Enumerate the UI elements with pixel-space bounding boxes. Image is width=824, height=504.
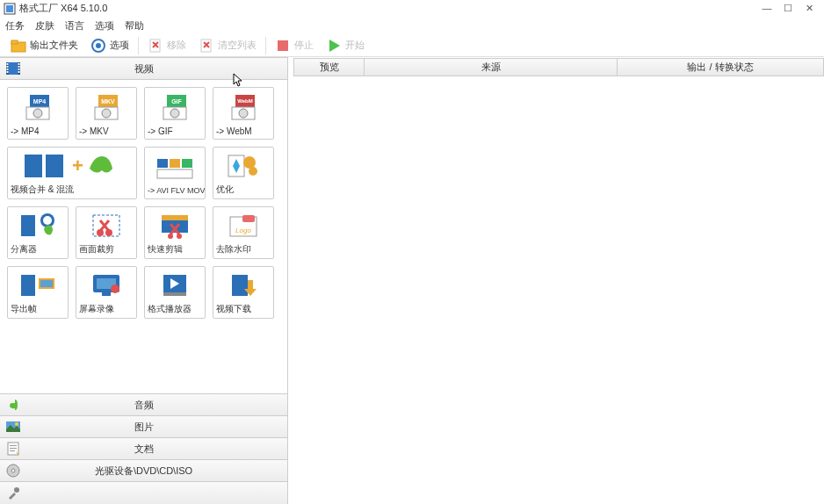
clear-list-button[interactable]: 清空列表 (193, 36, 262, 55)
svg-point-48 (43, 216, 52, 225)
svg-text:GIF: GIF (171, 98, 182, 104)
output-folder-label: 输出文件夹 (30, 39, 78, 52)
toolbar: 输出文件夹 选项 移除 清空列表 停止 开始 (0, 34, 824, 57)
svg-rect-13 (7, 66, 9, 68)
video-icon (5, 61, 21, 76)
close-button[interactable]: ✕ (803, 3, 815, 14)
start-button[interactable]: 开始 (321, 36, 370, 55)
accordion-picture[interactable]: 图片 (0, 415, 287, 438)
menu-task[interactable]: 任务 (5, 19, 25, 32)
options-button[interactable]: 选项 (85, 36, 134, 55)
item-export-frame[interactable]: 导出帧 (7, 266, 69, 319)
svg-point-76 (11, 469, 15, 472)
svg-rect-72 (10, 445, 17, 446)
maximize-button[interactable]: ☐ (782, 3, 794, 14)
svg-rect-16 (18, 63, 20, 65)
svg-rect-18 (18, 68, 20, 70)
item-avi-flv-mov[interactable]: -> AVI FLV MOV Etc... (144, 147, 206, 199)
join-mux-icon: + (11, 150, 134, 182)
accordion-video[interactable]: 视频 (0, 57, 287, 80)
svg-point-44 (243, 156, 256, 169)
accordion-rom[interactable]: 光驱设备\DVD\CD\ISO (0, 459, 287, 482)
svg-rect-73 (10, 448, 17, 449)
format-player-label: 格式播放器 (148, 301, 192, 315)
export-frame-label: 导出帧 (11, 301, 37, 315)
mp4-icon: MP4 (11, 90, 65, 125)
col-source[interactable]: 来源 (365, 59, 618, 76)
screen-record-label: 屏幕录像 (79, 301, 114, 315)
remove-button[interactable]: 移除 (142, 36, 192, 55)
item-optimize[interactable]: 优化 (213, 147, 274, 199)
remove-label: 移除 (167, 39, 186, 52)
item-gif[interactable]: GIF -> GIF (144, 87, 206, 140)
stop-button[interactable]: 停止 (270, 36, 319, 55)
menu-language[interactable]: 语言 (65, 19, 84, 32)
svg-rect-68 (232, 275, 248, 296)
accordion-audio[interactable]: 音频 (0, 393, 287, 416)
gear-icon (90, 38, 106, 54)
svg-rect-36 (25, 155, 42, 177)
svg-rect-41 (182, 159, 192, 168)
svg-rect-14 (7, 68, 9, 70)
item-webm[interactable]: WebM -> WebM (213, 87, 274, 140)
format-player-icon (148, 270, 202, 301)
options-label: 选项 (110, 39, 129, 52)
item-fast-clip[interactable]: 快速剪辑 (144, 206, 206, 259)
svg-rect-46 (21, 215, 35, 236)
webm-label: -> WebM (216, 125, 252, 136)
item-splitter[interactable]: 分离器 (7, 206, 69, 259)
item-screen-record[interactable]: 屏幕录像 (76, 266, 137, 319)
gif-icon: GIF (148, 90, 202, 125)
output-folder-button[interactable]: 输出文件夹 (5, 36, 83, 55)
splitter-label: 分离器 (11, 241, 37, 256)
accordion-rom-label: 光驱设备\DVD\CD\ISO (95, 464, 192, 478)
task-list[interactable] (293, 76, 824, 504)
minimize-button[interactable]: — (761, 3, 773, 14)
item-crop[interactable]: 画面裁剪 (76, 206, 137, 259)
menu-options[interactable]: 选项 (95, 19, 114, 32)
svg-rect-53 (162, 215, 188, 220)
left-panel: 视频 MP4 -> MP4 MKV -> MKV GIF -> GIF WebM… (0, 57, 288, 504)
svg-point-54 (168, 234, 173, 239)
svg-point-35 (239, 109, 248, 118)
titlebar: 格式工厂 X64 5.10.0 — ☐ ✕ (0, 0, 824, 17)
menu-skin[interactable]: 皮肤 (35, 19, 54, 32)
svg-rect-40 (170, 159, 180, 168)
accordion-document-label: 文档 (134, 443, 154, 456)
svg-rect-17 (18, 66, 20, 68)
remove-watermark-label: 去除水印 (216, 241, 251, 256)
svg-text:Logo: Logo (235, 227, 251, 234)
fast-clip-icon (148, 210, 202, 241)
item-video-download[interactable]: 视频下载 (213, 266, 274, 319)
item-mp4[interactable]: MP4 -> MP4 (7, 87, 69, 140)
col-preview[interactable]: 预览 (294, 59, 365, 76)
toolbar-separator (265, 37, 266, 54)
svg-point-65 (111, 284, 119, 293)
item-mkv[interactable]: MKV -> MKV (76, 87, 137, 140)
svg-point-31 (170, 109, 179, 118)
play-icon (326, 38, 342, 54)
accordion-document[interactable]: 文档 (0, 437, 287, 460)
folder-icon (11, 38, 26, 54)
remove-icon (148, 38, 163, 54)
crop-icon (79, 210, 134, 241)
svg-rect-8 (278, 40, 288, 51)
accordion-more[interactable] (0, 481, 287, 504)
col-output-status[interactable]: 输出 / 转换状态 (618, 59, 823, 76)
item-remove-watermark[interactable]: Logo 去除水印 (213, 206, 274, 259)
video-download-icon (216, 270, 271, 301)
item-format-player[interactable]: 格式播放器 (144, 266, 206, 319)
avi-flv-mov-icon (148, 150, 202, 185)
svg-rect-15 (7, 71, 9, 73)
optimize-label: 优化 (216, 182, 234, 196)
svg-rect-37 (46, 155, 63, 177)
svg-rect-74 (10, 450, 15, 451)
svg-rect-59 (21, 275, 35, 296)
crop-label: 画面裁剪 (79, 241, 114, 256)
clear-list-label: 清空列表 (218, 39, 257, 52)
mp4-label: -> MP4 (11, 125, 40, 136)
svg-point-51 (105, 229, 112, 236)
menu-help[interactable]: 帮助 (125, 19, 144, 32)
item-join-mux[interactable]: + 视频合并 & 混流 (7, 147, 137, 199)
window-title: 格式工厂 X64 5.10.0 (19, 2, 107, 15)
